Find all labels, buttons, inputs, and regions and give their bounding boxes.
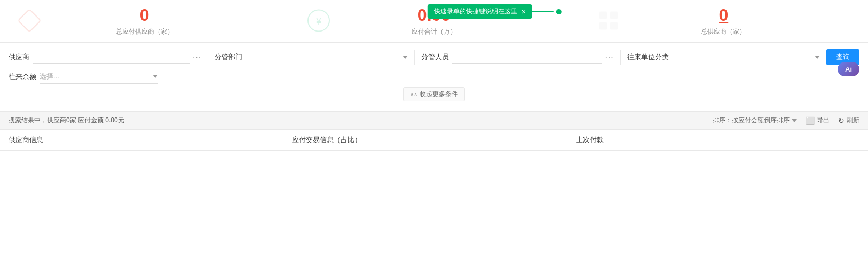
stat-total-payable-suppliers: 0 总应付供应商（家） bbox=[0, 0, 289, 42]
results-actions: 排序：按应付会额倒序排序 ⬜ 导出 ↻ 刷新 bbox=[713, 116, 859, 125]
balance-select[interactable]: 选择... bbox=[40, 69, 158, 84]
person-label: 分管人员 bbox=[421, 52, 449, 62]
department-chevron-icon bbox=[403, 56, 408, 59]
collapse-label: 收起更多条件 bbox=[420, 90, 458, 99]
supplier-input[interactable] bbox=[33, 51, 190, 64]
department-select[interactable] bbox=[246, 53, 407, 61]
filter-department: 分管部门 bbox=[215, 52, 407, 62]
collapse-up-icon: ∧∧ bbox=[410, 91, 417, 97]
filter-supplier: 供应商 ··· bbox=[9, 51, 201, 64]
export-btn[interactable]: ⬜ 导出 bbox=[806, 116, 830, 125]
refresh-btn[interactable]: ↻ 刷新 bbox=[838, 116, 859, 125]
grid-icon bbox=[595, 7, 622, 35]
svg-rect-6 bbox=[610, 22, 618, 29]
filters-bar: 供应商 ··· 分管部门 分管人员 ··· 往来单位分类 bbox=[0, 43, 868, 112]
sort-select[interactable]: 排序：按应付会额倒序排序 bbox=[713, 116, 797, 125]
export-icon: ⬜ bbox=[806, 116, 815, 125]
ai-button[interactable]: Ai bbox=[838, 62, 859, 76]
person-dots-btn[interactable]: ··· bbox=[605, 52, 613, 62]
balance-chevron-icon bbox=[153, 75, 158, 78]
filters-row-2: 往来余额 选择... bbox=[9, 69, 859, 84]
col-supplier-info: 供应商信息 bbox=[9, 135, 292, 145]
stat-label-1: 总应付供应商（家） bbox=[116, 27, 173, 36]
balance-placeholder: 选择... bbox=[40, 72, 59, 81]
sort-chevron-icon bbox=[792, 119, 797, 122]
svg-text:¥: ¥ bbox=[315, 15, 322, 26]
stat-label-3: 总供应商（家） bbox=[701, 27, 746, 36]
filters-row-1: 供应商 ··· 分管部门 分管人员 ··· 往来单位分类 bbox=[9, 49, 859, 65]
stat-label-2: 应付合计（万） bbox=[412, 27, 456, 36]
table-header: 供应商信息 应付交易信息（占比） 上次付款 bbox=[0, 130, 868, 151]
collapse-btn[interactable]: ∧∧ 收起更多条件 bbox=[403, 87, 465, 101]
divider-3 bbox=[620, 50, 621, 65]
stat-total-suppliers: 0 总供应商（家） bbox=[579, 0, 868, 42]
sort-label: 排序：按应付会额倒序排序 bbox=[713, 116, 790, 125]
tooltip-dot bbox=[556, 9, 562, 14]
col-last-payment: 上次付款 bbox=[576, 135, 859, 145]
balance-label: 往来余额 bbox=[9, 72, 36, 82]
results-summary: 搜索结果中，供应商0家 应付金额 0.00元 bbox=[9, 116, 124, 125]
table-body bbox=[0, 151, 868, 275]
stats-bar: 0 总应付供应商（家） ¥ 0.00 应付合计（万） 快速录单的快捷键说明在这里… bbox=[0, 0, 868, 43]
tooltip-bubble: 快速录单的快捷键说明在这里 × bbox=[428, 4, 532, 19]
divider-2 bbox=[414, 50, 415, 65]
person-input[interactable] bbox=[452, 51, 602, 64]
results-bar: 搜索结果中，供应商0家 应付金额 0.00元 排序：按应付会额倒序排序 ⬜ 导出… bbox=[0, 112, 868, 130]
svg-rect-5 bbox=[599, 22, 607, 29]
supplier-label: 供应商 bbox=[9, 52, 29, 62]
col-payable-transaction: 应付交易信息（占比） bbox=[292, 135, 575, 145]
tooltip-text: 快速录单的快捷键说明在这里 bbox=[434, 7, 517, 16]
svg-rect-0 bbox=[18, 9, 41, 32]
stat-number-3: 0 bbox=[719, 6, 728, 25]
coin-icon: ¥ bbox=[305, 7, 332, 35]
tooltip-close-btn[interactable]: × bbox=[522, 8, 526, 15]
filter-balance: 往来余额 选择... bbox=[9, 69, 158, 84]
filter-person: 分管人员 ··· bbox=[421, 51, 614, 64]
collapse-row: ∧∧ 收起更多条件 bbox=[9, 84, 859, 105]
filter-unit-class: 往来单位分类 bbox=[627, 52, 820, 62]
refresh-icon: ↻ bbox=[838, 116, 845, 125]
refresh-label: 刷新 bbox=[847, 116, 859, 125]
supplier-dots-btn[interactable]: ··· bbox=[193, 52, 201, 62]
export-label: 导出 bbox=[817, 116, 830, 125]
unit-class-chevron-icon bbox=[815, 56, 820, 59]
unit-class-select[interactable] bbox=[672, 53, 820, 61]
stat-number-1: 0 bbox=[140, 6, 149, 25]
diamond-icon bbox=[16, 7, 43, 35]
department-label: 分管部门 bbox=[215, 52, 242, 62]
svg-rect-3 bbox=[599, 11, 607, 19]
unit-class-label: 往来单位分类 bbox=[627, 52, 669, 62]
stat-payable-total: ¥ 0.00 应付合计（万） 快速录单的快捷键说明在这里 × bbox=[289, 0, 579, 42]
svg-rect-4 bbox=[610, 11, 618, 19]
divider-1 bbox=[208, 50, 208, 65]
